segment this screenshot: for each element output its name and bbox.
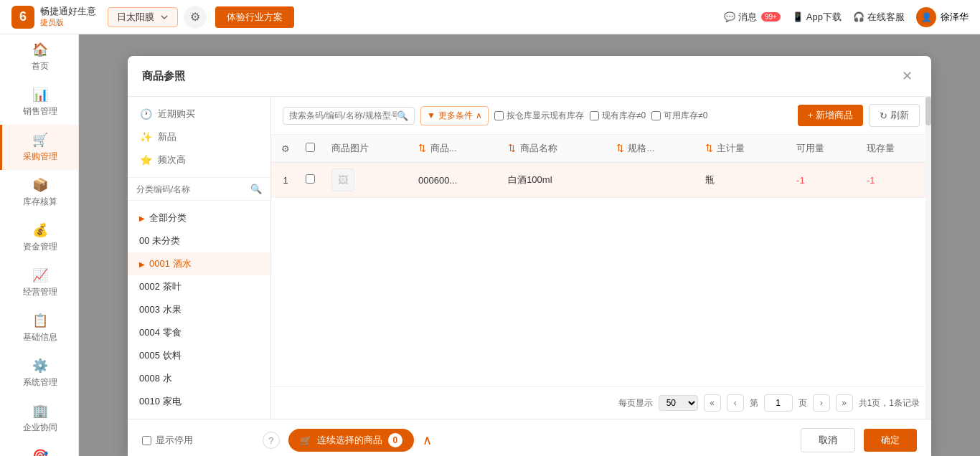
per-page-select[interactable]: 50 100 200 [659,395,698,411]
td-unit: 瓶 [699,163,791,198]
usable-stock-checkbox-label[interactable]: 可用库存≠0 [651,110,707,122]
shortcut-recent[interactable]: 🕐 近期购买 [128,103,270,125]
th-name[interactable]: ⇅ 商品名称 [502,135,611,163]
category-search-area: 🔍 [128,178,270,201]
column-settings-icon[interactable]: ⚙ [281,143,290,154]
page-input[interactable] [764,394,793,412]
filter-label: 更多条件 [438,110,473,122]
shortcut-new[interactable]: ✨ 新品 [128,125,270,148]
refresh-label: 刷新 [890,109,909,122]
system-icon: ⚙️ [32,358,48,374]
prev-page-button[interactable]: ‹ [727,394,744,412]
arrow-0001-icon: ▶ [139,260,145,268]
sidebar-item-sales[interactable]: 📊销售管理 [0,80,78,125]
by-warehouse-checkbox[interactable] [494,111,504,120]
shortcut-frequent[interactable]: ⭐ 频次高 [128,148,270,171]
main-layout: 🏠首页📊销售管理🛒采购管理📦库存核算💰资金管理📈经营管理📋基础信息⚙️系统管理🏢… [0,34,980,456]
product-current: -1 [867,175,875,186]
td-num: 1 [271,163,300,198]
sidebar-item-inventory[interactable]: 📦库存核算 [0,170,78,215]
collapse-arrow-icon[interactable]: ∧ [423,432,432,448]
cart-area[interactable]: 🛒 连续选择的商品 0 [288,429,414,452]
online-service-item[interactable]: 🎧 在线客服 [853,11,905,24]
modal-close-button[interactable]: ✕ [897,66,917,86]
sidebar-item-enterprise[interactable]: 🏢企业协同 [0,396,78,441]
category-0010[interactable]: 0010 家电 [128,390,270,413]
nav-right: 💬 消息 99+ 📱 App下载 🎧 在线客服 👤 徐泽华 [724,7,969,27]
row-checkbox[interactable] [306,174,315,184]
app-download-item[interactable]: 📱 App下载 [792,11,842,24]
show-disabled-label[interactable]: 显示停用 [142,434,193,447]
td-checkbox [300,163,326,198]
th-settings[interactable]: ⚙ [271,135,300,163]
next-page-button[interactable]: › [813,394,830,412]
table-row[interactable]: 1 🖼 [271,163,931,198]
phone-icon: 📱 [792,11,804,22]
product-usable: -1 [796,175,805,186]
td-spec [611,163,699,198]
sidebar-item-purchase[interactable]: 🛒采购管理 [0,125,78,170]
th-unit[interactable]: ⇅ 主计量 [699,135,791,163]
category-search-input[interactable] [136,184,250,194]
sidebar-item-basic[interactable]: 📋基础信息 [0,305,78,351]
search-icon[interactable]: 🔍 [397,110,408,121]
category-0001[interactable]: ▶ 0001 酒水 [128,252,270,275]
th-spec[interactable]: ⇅ 规格... [611,135,699,163]
star-icon: ⭐ [139,153,152,166]
tenant-selector[interactable]: 日太阳膜 [108,7,178,27]
category-0003-label: 0003 水果 [139,303,182,316]
try-solution-button[interactable]: 体验行业方案 [215,6,294,28]
product-name: 白酒100ml [508,174,552,185]
sidebar-item-home[interactable]: 🏠首页 [0,34,78,80]
category-search-icon[interactable]: 🔍 [250,184,262,194]
scrollbar-thumb[interactable] [925,97,931,125]
logo-text: 畅捷通好生意 [40,6,96,18]
message-badge: 99+ [761,12,781,22]
settings-button[interactable]: ⚙ [184,6,207,29]
help-button[interactable]: ? [263,432,280,449]
filter-button[interactable]: ▼ 更多条件 ∧ [420,106,489,125]
th-code[interactable]: ⇅ 商品... [413,135,502,163]
message-nav-item[interactable]: 💬 消息 99+ [724,11,781,24]
select-all-checkbox[interactable] [306,143,315,152]
cart-count: 0 [388,433,402,447]
add-product-button[interactable]: + 新增商品 [798,105,863,126]
logo-area: 6 畅捷通好生意 捷员版 [11,6,96,29]
has-stock-checkbox[interactable] [590,111,599,120]
first-page-button[interactable]: « [704,394,721,412]
th-name-sort-icon: ⇅ [508,143,516,153]
refresh-button[interactable]: ↻ 刷新 [869,104,920,127]
category-0008[interactable]: 0008 水 [128,367,270,390]
th-current: 现存量 [861,135,931,163]
category-0001-label: 0001 酒水 [149,257,192,270]
product-unit: 瓶 [705,174,715,185]
product-search-input[interactable] [289,110,397,120]
has-stock-checkbox-label[interactable]: 现有库存≠0 [590,110,646,122]
last-page-button[interactable]: » [836,394,853,412]
sidebar-item-guide[interactable]: 🎯新手引导 [0,441,78,456]
category-0004[interactable]: 0004 零食 [128,321,270,344]
logo-icon: 6 [11,6,34,29]
right-panel-container: 🔍 ▼ 更多条件 ∧ 按仓库显示现有库存 [271,97,931,419]
sidebar-item-finance[interactable]: 💰资金管理 [0,215,78,260]
th-unit-sort-icon: ⇅ [705,143,713,153]
show-disabled-checkbox[interactable] [142,436,151,445]
cart-label: 连续选择的商品 [317,434,382,447]
category-00[interactable]: 00 未分类 [128,229,270,252]
cancel-button[interactable]: 取消 [801,428,855,452]
user-avatar-area[interactable]: 👤 徐泽华 [916,7,969,27]
category-0005[interactable]: 0005 饮料 [128,344,270,367]
sidebar-item-operation[interactable]: 📈经营管理 [0,260,78,305]
logo-text-block: 畅捷通好生意 捷员版 [40,6,96,29]
category-all[interactable]: ▶ 全部分类 [128,206,270,229]
usable-stock-checkbox[interactable] [651,111,661,120]
category-0004-label: 0004 零食 [139,326,182,339]
confirm-button[interactable]: 确定 [864,429,917,452]
purchase-icon: 🛒 [32,132,48,148]
product-table-container: ⚙ 商品图片 [271,135,931,386]
by-warehouse-checkbox-label[interactable]: 按仓库显示现有库存 [494,110,584,122]
category-0003[interactable]: 0003 水果 [128,298,270,321]
category-0002[interactable]: 0002 茶叶 [128,275,270,298]
modal-body: 🕐 近期购买 ✨ 新品 ⭐ 频次高 [128,97,931,419]
sidebar-item-system[interactable]: ⚙️系统管理 [0,351,78,396]
